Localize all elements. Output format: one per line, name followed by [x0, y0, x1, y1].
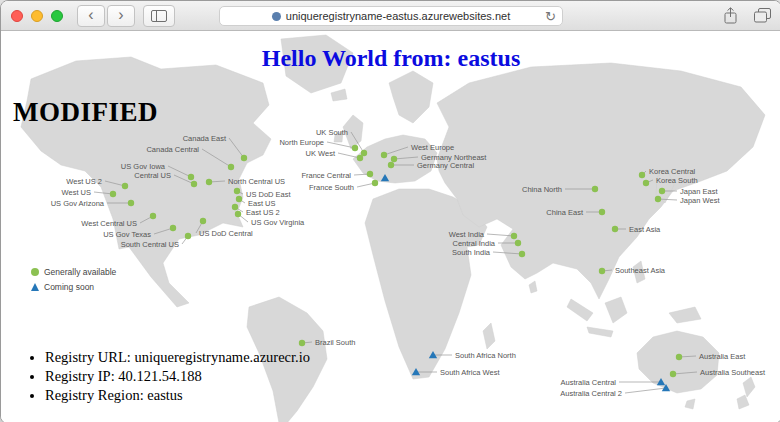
registry-region-item: Registry Region: eastus — [45, 387, 310, 404]
svg-text:West Europe: West Europe — [411, 143, 454, 152]
svg-text:US Gov Iowa: US Gov Iowa — [121, 162, 166, 171]
forward-button[interactable]: › — [107, 5, 135, 27]
svg-text:East US: East US — [248, 199, 276, 208]
svg-text:Central US: Central US — [134, 171, 171, 180]
svg-text:Korea South: Korea South — [656, 176, 698, 185]
svg-text:South Africa North: South Africa North — [455, 351, 516, 360]
landmass-asia — [437, 63, 765, 299]
svg-text:UK South: UK South — [316, 128, 348, 137]
landmass-madagascar — [483, 323, 495, 349]
window-controls — [11, 10, 63, 22]
landmass-iceland — [331, 89, 347, 101]
landmass-australia — [637, 331, 719, 393]
landmass-java — [587, 327, 613, 337]
landmass-new-guinea — [669, 307, 701, 323]
share-icon[interactable] — [723, 7, 738, 24]
page-heading: Hello World from: eastus — [1, 45, 780, 72]
registry-info-list: Registry URL: uniqueregistryname.azurecr… — [27, 347, 310, 406]
modified-label: MODIFIED — [13, 97, 158, 128]
svg-text:Australia Central: Australia Central — [561, 378, 617, 387]
svg-text:US Gov Texas: US Gov Texas — [103, 230, 151, 239]
registry-ip-item: Registry IP: 40.121.54.188 — [45, 368, 310, 385]
marker-east-us: East US — [236, 196, 276, 208]
registry-url-item: Registry URL: uniqueregistryname.azurecr… — [45, 349, 310, 366]
svg-text:West US 2: West US 2 — [66, 177, 102, 186]
svg-text:China North: China North — [522, 185, 562, 194]
svg-text:US DoD Central: US DoD Central — [199, 229, 253, 238]
svg-text:US DoD East: US DoD East — [246, 190, 292, 199]
svg-text:Korea Central: Korea Central — [649, 167, 696, 176]
svg-text:China East: China East — [546, 208, 584, 217]
landmass-tasmania — [685, 399, 695, 409]
svg-text:South Central US: South Central US — [121, 240, 179, 249]
browser-toolbar: ‹ › uniqueregistryname-eastus.azurewebsi… — [1, 1, 780, 31]
svg-text:North Central US: North Central US — [228, 177, 285, 186]
browser-window: ‹ › uniqueregistryname-eastus.azurewebsi… — [0, 0, 780, 422]
svg-text:West Central US: West Central US — [81, 219, 137, 228]
svg-text:South Africa West: South Africa West — [440, 368, 500, 377]
svg-text:Japan West: Japan West — [680, 196, 720, 205]
svg-text:US Gov Arizona: US Gov Arizona — [51, 199, 105, 208]
url-text: uniqueregistryname-eastus.azurewebsites.… — [286, 10, 510, 22]
svg-text:West India: West India — [449, 230, 485, 239]
svg-text:Southeast Asia: Southeast Asia — [615, 266, 666, 275]
close-window-button[interactable] — [11, 10, 23, 22]
landmass-scandinavia — [389, 71, 433, 123]
sidebar-toggle-button[interactable] — [143, 5, 175, 27]
svg-text:Canada Central: Canada Central — [146, 145, 199, 154]
legend-coming-soon: Coming soon — [31, 282, 116, 292]
svg-text:UK West: UK West — [306, 149, 336, 158]
svg-text:Germany Central: Germany Central — [417, 161, 474, 170]
toolbar-right-icons — [723, 7, 771, 24]
legend-generally-available: Generally available — [31, 267, 116, 277]
minimize-window-button[interactable] — [31, 10, 43, 22]
site-favicon-icon — [272, 12, 281, 21]
svg-text:Central India: Central India — [452, 239, 495, 248]
nav-buttons: ‹ › — [77, 5, 135, 27]
landmass-borneo — [605, 297, 627, 323]
generally-available-dot-icon — [31, 268, 39, 276]
svg-text:North Europe: North Europe — [279, 138, 324, 147]
svg-text:Australia East: Australia East — [699, 352, 746, 361]
web-page: Canada EastCanada CentralUS Gov IowaCent… — [1, 31, 780, 422]
svg-text:South India: South India — [452, 248, 491, 257]
sidebar-icon — [151, 10, 167, 22]
landmass-sri-lanka — [529, 281, 537, 293]
svg-text:East US 2: East US 2 — [246, 208, 280, 217]
zoom-window-button[interactable] — [51, 10, 63, 22]
back-button[interactable]: ‹ — [77, 5, 105, 27]
landmass-new-zealand — [737, 377, 755, 409]
address-bar[interactable]: uniqueregistryname-eastus.azurewebsites.… — [219, 6, 563, 26]
svg-text:East Asia: East Asia — [629, 225, 661, 234]
map-legend: Generally available Coming soon — [31, 267, 116, 297]
reload-icon[interactable]: ↻ — [545, 8, 556, 26]
coming-soon-triangle-icon — [31, 283, 39, 291]
svg-text:Canada East: Canada East — [183, 134, 227, 143]
marker-france-south: France South — [309, 180, 378, 192]
tab-overview-icon[interactable] — [754, 8, 771, 23]
svg-text:US Gov Virginia: US Gov Virginia — [251, 218, 305, 227]
svg-text:Brazil South: Brazil South — [315, 338, 355, 347]
svg-text:Japan East: Japan East — [680, 187, 718, 196]
legend-generally-available-label: Generally available — [44, 267, 116, 277]
svg-text:Australia Southeast: Australia Southeast — [700, 368, 766, 377]
svg-text:France South: France South — [309, 183, 354, 192]
svg-text:West US: West US — [62, 188, 91, 197]
legend-coming-soon-label: Coming soon — [44, 282, 94, 292]
landmass-sumatra — [567, 299, 593, 321]
svg-text:Australia Central 2: Australia Central 2 — [560, 389, 622, 398]
svg-text:France Central: France Central — [301, 171, 351, 180]
